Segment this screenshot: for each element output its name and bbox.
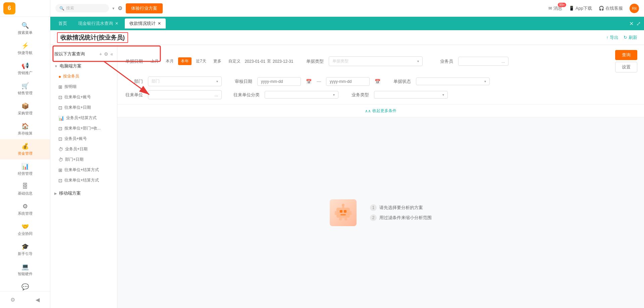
date-btn-this-year[interactable]: 本年: [178, 57, 192, 65]
review-date-start-input[interactable]: [257, 77, 301, 86]
partner-dots[interactable]: ...: [214, 92, 218, 97]
sidebar-item-inventory[interactable]: 🏠 库存核算: [0, 119, 50, 139]
app-download-item[interactable]: 📱 App下载: [569, 5, 592, 11]
sidebar-item-purchase[interactable]: 📦 采购管理: [0, 99, 50, 119]
sidebar-item-finance[interactable]: 💰 资金管理: [0, 139, 50, 159]
menu-item-partner-account[interactable]: ⊡ 往来单位+账号: [50, 92, 117, 102]
dept-select[interactable]: 部门 ▾: [148, 76, 222, 86]
sidebar: 6 畅捷通好生意 🔍 搜索菜单 ⚡ 快捷导航 📢 营销推广 🛒 销售管理 📦 采…: [0, 0, 50, 308]
partner-category-select[interactable]: ▾: [265, 91, 338, 99]
shortcut-icon: ⚡: [21, 42, 29, 49]
page-body: 按以下方案查询 + ⚙ « ▼ 电脑端方案 ● 按业务员: [50, 45, 644, 308]
page-header-right: ↑ 导出 ↻ 刷新: [606, 35, 638, 41]
tab-bank-close[interactable]: ✕: [115, 21, 118, 26]
panel-settings-icon[interactable]: ⚙: [104, 51, 108, 57]
sales-icon: 🛒: [21, 82, 29, 90]
svg-rect-7: [350, 211, 352, 215]
sidebar-item-shortcut[interactable]: ⚡ 快捷导航: [0, 39, 50, 59]
menu-item-partner-dept[interactable]: ⊡ 按来单位+部门+收...: [50, 123, 117, 134]
filter-row-1: 单据日期 上月 本月 本年 近7天 更多 自定义 2023-01-01 至 20…: [124, 50, 637, 72]
review-date-start-calendar-icon[interactable]: 📅: [306, 79, 312, 84]
doc-status-select[interactable]: ▾: [416, 78, 490, 85]
business-type-select[interactable]: ▾: [374, 91, 448, 99]
partner-input[interactable]: ...: [148, 90, 222, 99]
refresh-button[interactable]: ↻ 刷新: [624, 35, 637, 41]
topbar: 🔍 搜索 ▾ ⚙ 体验行业方案 ✉ 消息 99+ 📱 App下载 🎧 在线客服 …: [50, 0, 644, 17]
menu-item-partner-settle2[interactable]: ⊡ 往来单位+结算方式: [50, 175, 117, 186]
partner-dept-icon: ⊡: [58, 126, 62, 131]
message-item[interactable]: ✉ 消息 99+: [548, 5, 562, 11]
doc-type-select[interactable]: 单据类型 ▾: [329, 56, 423, 66]
tabbar: 首页 现金银行流水查询 ✕ 收款情况统计 ✕ ✕ ⤢: [50, 17, 644, 30]
tab-collection-close[interactable]: ✕: [158, 21, 161, 26]
page-header: 收款情况统计(按业务员) ↑ 导出 ↻ 刷新: [50, 30, 644, 45]
desktop-section-title[interactable]: ▼ 电脑端方案: [50, 61, 117, 71]
sidebar-item-wechat[interactable]: 💬 企业微信: [0, 280, 50, 291]
review-date-end-calendar-icon[interactable]: 📅: [375, 79, 380, 84]
export-button[interactable]: ↑ 导出: [606, 35, 619, 41]
collapse-more-btn[interactable]: ∧∧ 收起更多条件: [117, 105, 644, 117]
date-btn-more[interactable]: 更多: [211, 57, 224, 65]
doc-status-select-arrow: ▾: [484, 80, 486, 83]
date-label: 单据日期: [124, 58, 143, 64]
salesman-input[interactable]: ...: [458, 57, 508, 66]
filter-settings-button[interactable]: 设置: [615, 62, 637, 72]
trial-btn[interactable]: 体验行业方案: [126, 3, 163, 13]
salesman-account-icon: ⊡: [58, 136, 62, 142]
salesman-label: 业务员: [434, 58, 453, 64]
sidebar-settings-icon[interactable]: ⚙: [9, 295, 17, 305]
tab-maximize-icon[interactable]: ⤢: [636, 20, 641, 27]
sidebar-item-marketing[interactable]: 📢 营销推广: [0, 59, 50, 79]
logo-icon: 6: [3, 2, 15, 14]
tab-close-window-icon[interactable]: ✕: [629, 20, 634, 27]
sidebar-item-guide[interactable]: 🎓 新手引导: [0, 240, 50, 260]
topbar-search[interactable]: 🔍 搜索: [55, 4, 109, 12]
menu-item-partner-date[interactable]: ⊡ 往来单位+日期: [50, 102, 117, 113]
menu-item-by-salesman[interactable]: ● 按业务员: [50, 71, 117, 82]
page-title: 收款情况统计(按业务员): [57, 32, 128, 43]
date-btn-this-month[interactable]: 本月: [163, 57, 176, 65]
user-avatar[interactable]: Rit: [630, 4, 639, 13]
date-btn-custom[interactable]: 自定义: [226, 57, 243, 65]
sidebar-collapse-icon[interactable]: ◀: [34, 295, 41, 305]
topbar-gear-icon[interactable]: ⚙: [118, 5, 122, 11]
sidebar-item-operation[interactable]: 📊 经营管理: [0, 159, 50, 179]
sidebar-item-system[interactable]: ⚙ 系统管理: [0, 199, 50, 219]
svg-rect-1: [340, 210, 342, 213]
dept-date-icon: ⏱: [58, 157, 63, 162]
menu-item-salesman-settle[interactable]: 📊 业务员+结算方式: [50, 113, 117, 123]
sidebar-item-basic[interactable]: 🗄 基础信息: [0, 179, 50, 199]
topbar-dropdown-icon[interactable]: ▾: [112, 6, 114, 11]
desktop-expand-icon: ▼: [54, 64, 58, 68]
refresh-icon: ↻: [624, 35, 627, 40]
right-panel: 单据日期 上月 本月 本年 近7天 更多 自定义 2023-01-01 至 20…: [117, 45, 644, 308]
date-btn-last-7days[interactable]: 近7天: [193, 57, 209, 65]
review-date-end-input[interactable]: [326, 77, 370, 86]
hardware-icon: 💻: [21, 263, 29, 270]
menu-item-by-detail[interactable]: ⊞ 按明细: [50, 82, 117, 92]
marketing-icon: 📢: [21, 62, 29, 69]
empty-robot-svg: [333, 203, 353, 223]
doc-type-select-arrow: ▾: [417, 59, 419, 63]
svg-rect-9: [344, 218, 347, 220]
sidebar-item-hardware[interactable]: 💻 智能硬件: [0, 260, 50, 280]
online-service-item[interactable]: 🎧 在线客服: [599, 5, 623, 11]
menu-item-salesman-account[interactable]: ⊡ 业务员+账号: [50, 134, 117, 144]
menu-item-partner-settle1[interactable]: ⊞ 往来单位+结算方式: [50, 165, 117, 175]
mobile-section-title[interactable]: ▶ 移动端方案: [50, 188, 117, 198]
panel-collapse-icon[interactable]: «: [110, 51, 113, 57]
tab-home[interactable]: 首页: [54, 18, 72, 29]
salesman-dots[interactable]: ...: [501, 59, 505, 64]
sidebar-item-search[interactable]: 🔍 搜索菜单: [0, 18, 50, 39]
tabbar-right-icons: ✕ ⤢: [629, 20, 641, 27]
menu-item-salesman-date[interactable]: ⏱ 业务员+日期: [50, 144, 117, 154]
sidebar-item-sales[interactable]: 🛒 销售管理: [0, 79, 50, 99]
panel-add-icon[interactable]: +: [99, 51, 102, 57]
date-btn-last-month[interactable]: 上月: [148, 57, 161, 65]
tab-collection[interactable]: 收款情况统计 ✕: [125, 18, 166, 29]
tab-bank[interactable]: 现金银行流水查询 ✕: [73, 18, 123, 29]
menu-item-dept-date[interactable]: ⏱ 部门+日期: [50, 154, 117, 165]
sidebar-item-enterprise[interactable]: 🤝 企业协同: [0, 219, 50, 240]
tip-item-1: 1 请先选择要分析的方案: [370, 204, 432, 211]
query-button[interactable]: 查询: [615, 50, 637, 60]
